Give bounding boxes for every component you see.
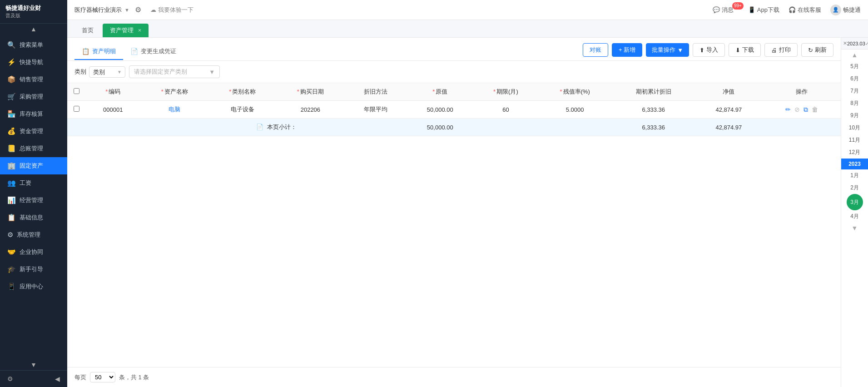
sidebar-item-label: 资金管理 — [20, 127, 43, 135]
sidebar-item-basic-info[interactable]: 📋 基础信息 — [0, 209, 67, 226]
calendar-month-12[interactable]: 12月 — [841, 146, 868, 159]
asset-category-dropdown[interactable]: 请选择固定资产类别 ▼ — [129, 65, 220, 78]
sidebar-item-system[interactable]: ⚙ 系统管理 — [0, 226, 67, 243]
tab-asset-management[interactable]: 资产管理 × — [103, 24, 149, 37]
sidebar-item-purchase[interactable]: 🛒 采购管理 — [0, 88, 67, 105]
calendar-month-10[interactable]: 10月 — [841, 122, 868, 134]
pagination: 每页 50 10 20 100 条，共 1 条 — [67, 367, 841, 387]
sidebar-item-label: 应用中心 — [20, 283, 43, 291]
sidebar-collapse-icon[interactable]: ◀ — [55, 375, 60, 382]
total-count: 条，共 1 条 — [119, 373, 149, 382]
sidebar-item-operations[interactable]: 📊 经营管理 — [0, 192, 67, 209]
sidebar-item-guide[interactable]: 🎓 新手引导 — [0, 261, 67, 278]
copy-icon[interactable]: ⧉ — [804, 106, 808, 114]
header-residual-rate: *残值率(%) — [538, 83, 612, 101]
sidebar-settings-icon[interactable]: ⚙ — [7, 375, 13, 382]
calendar-month-2[interactable]: 2月 — [841, 182, 868, 194]
calendar-month-7[interactable]: 7月 — [841, 85, 868, 97]
calendar-month-11[interactable]: 11月 — [841, 134, 868, 146]
content-area: 📋 资产明细 📄 变更生成凭证 对账 + 新增 批量操作 — [67, 38, 868, 387]
row-select-checkbox[interactable] — [74, 106, 79, 112]
calendar-month-8[interactable]: 8月 — [841, 97, 868, 109]
calendar-month-9[interactable]: 9月 — [841, 109, 868, 122]
sidebar-item-search[interactable]: 🔍 搜索菜单 — [0, 36, 67, 54]
category-label: 类别 — [74, 68, 86, 76]
right-panel-expand-icon[interactable]: ⤢ — [865, 40, 868, 46]
company-selector[interactable]: 医疗器械行业演示 ▼ — [74, 6, 129, 14]
tab-home[interactable]: 首页 — [74, 24, 101, 37]
download-button[interactable]: ⬇ 下载 — [729, 43, 761, 57]
app-download-button[interactable]: 📱 App下载 — [748, 6, 779, 14]
sidebar-item-app-center[interactable]: 📱 应用中心 — [0, 278, 67, 295]
sidebar-item-inventory[interactable]: 🏪 库存核算 — [0, 105, 67, 123]
main-panel: 📋 资产明细 📄 变更生成凭证 对账 + 新增 批量操作 — [67, 38, 841, 387]
print-button[interactable]: 🖨 打印 — [764, 43, 798, 57]
sidebar-item-finance[interactable]: 💰 资金管理 — [0, 123, 67, 140]
cell-residual-rate: 5.0000 — [538, 101, 612, 119]
tab-change-voucher[interactable]: 📄 变更生成凭证 — [123, 44, 184, 60]
per-page-select[interactable]: 50 10 20 100 — [90, 372, 115, 382]
category-select-container: 类别 — [89, 66, 125, 78]
header-period: *期限(月) — [473, 83, 538, 101]
import-button[interactable]: ⬆ 导入 — [693, 43, 725, 57]
asset-detail-icon: 📋 — [82, 48, 89, 55]
user-profile[interactable]: 👤 畅捷通 — [830, 5, 861, 15]
cell-code: 000001 — [85, 101, 140, 119]
calendar-month-1[interactable]: 1月 — [841, 169, 868, 182]
per-page-label: 每页 — [74, 373, 86, 382]
finance-icon: 💰 — [7, 127, 16, 135]
cell-action: ✏ ⊘ ⧉ 🗑 — [762, 101, 841, 119]
delete-icon[interactable]: 🗑 — [812, 106, 818, 113]
subtotal-empty-1 — [67, 119, 85, 136]
sidebar-item-payroll[interactable]: 👥 工资 — [0, 174, 67, 192]
sidebar-item-ledger[interactable]: 📒 总账管理 — [0, 140, 67, 157]
change-voucher-icon: 📄 — [130, 48, 138, 55]
tab-asset-detail[interactable]: 📋 资产明细 — [74, 44, 123, 60]
right-panel-close-icon[interactable]: ✕ — [843, 40, 847, 46]
sidebar-item-label: 经营管理 — [20, 196, 43, 204]
topbar-settings-icon[interactable]: ⚙ — [135, 5, 141, 14]
header-name: *资产名称 — [140, 83, 208, 101]
asset-table: *编码 *资产名称 *类别名称 *购买日期 — [67, 83, 841, 136]
header-category: *类别名称 — [208, 83, 277, 101]
calendar-month-3-active[interactable]: 3月 — [847, 194, 863, 210]
sidebar-bottom: ⚙ ◀ — [0, 370, 67, 387]
cell-period: 60 — [473, 101, 538, 119]
sidebar-scroll-up[interactable]: ▲ — [0, 24, 67, 35]
batch-button[interactable]: 批量操作 ▼ — [646, 43, 689, 57]
cloud-icon: ☁ — [150, 6, 156, 13]
select-all-checkbox[interactable] — [74, 88, 79, 94]
sidebar-item-quick-nav[interactable]: ⚡ 快捷导航 — [0, 54, 67, 71]
reconcile-button[interactable]: 对账 — [583, 43, 608, 57]
sidebar-item-label: 企业协同 — [20, 248, 43, 256]
sidebar-item-sales[interactable]: 📦 销售管理 — [0, 71, 67, 88]
payroll-icon: 👥 — [7, 179, 16, 187]
calendar-month-4[interactable]: 4月 — [841, 210, 868, 223]
calendar-down-arrow[interactable]: ▼ — [841, 223, 868, 233]
calendar-up-arrow[interactable]: ▲ — [841, 50, 868, 60]
sidebar-item-fixed-assets[interactable]: 🏢 固定资产 — [0, 157, 67, 174]
calendar-month-5[interactable]: 5月 — [841, 60, 868, 73]
sub-tabs: 📋 资产明细 📄 变更生成凭证 对账 + 新增 批量操作 — [67, 38, 841, 61]
operations-icon: 📊 — [7, 196, 16, 204]
sidebar-item-label: 基础信息 — [20, 213, 43, 222]
add-button[interactable]: + 新增 — [612, 43, 642, 57]
row-checkbox — [67, 101, 85, 119]
message-button[interactable]: 💬 消息 99+ — [713, 6, 739, 14]
sidebar-scroll-down[interactable]: ▼ — [0, 359, 67, 370]
tab-close-icon[interactable]: × — [138, 27, 142, 34]
refresh-button[interactable]: ↻ 刷新 — [801, 43, 833, 57]
depreciate-icon[interactable]: ⊘ — [794, 106, 800, 113]
sidebar: 畅捷通好业财 普及版 ▲ 🔍 搜索菜单 ⚡ 快捷导航 📦 销售管理 🛒 采购管理… — [0, 0, 67, 387]
online-service-button[interactable]: 🎧 在线客服 — [789, 6, 821, 14]
calendar-month-6[interactable]: 6月 — [841, 73, 868, 85]
sidebar-item-enterprise[interactable]: 🤝 企业协同 — [0, 243, 67, 261]
header-code: *编码 — [85, 83, 140, 101]
app-center-icon: 📱 — [7, 283, 16, 291]
subtotal-empty-4 — [344, 119, 407, 136]
action-icons: ✏ ⊘ ⧉ 🗑 — [768, 106, 835, 114]
sidebar-item-label: 系统管理 — [17, 231, 40, 239]
category-select[interactable]: 类别 — [89, 66, 125, 78]
edit-icon[interactable]: ✏ — [785, 106, 791, 113]
trial-button[interactable]: ☁ 我要体验一下 — [150, 6, 193, 14]
